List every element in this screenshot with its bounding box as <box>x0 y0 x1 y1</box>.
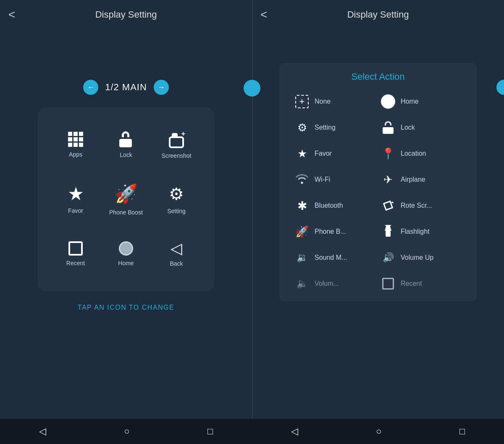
action-setting[interactable]: ⚙ Setting <box>292 117 378 138</box>
nav-home-right[interactable]: ○ <box>376 426 381 437</box>
back-arrow-icon: ◁ <box>171 241 182 256</box>
left-title: Display Setting <box>95 9 157 20</box>
action-lock[interactable]: Lock <box>378 117 464 138</box>
wifi-label: Wi-Fi <box>315 176 330 183</box>
rocket-icon: 🚀 <box>115 183 138 205</box>
phone-boost-action-label: Phone B... <box>315 228 346 235</box>
left-header: < Display Setting <box>0 0 252 29</box>
none-label: None <box>315 98 331 105</box>
grid-item-home[interactable]: Home <box>101 227 151 281</box>
flashlight-label: Flashlight <box>401 228 429 235</box>
grid-item-recent[interactable]: Recent <box>50 227 101 281</box>
screenshot-icon: + <box>168 131 185 148</box>
sound-mode-label: Sound M... <box>315 254 347 261</box>
home-button-icon <box>119 241 133 256</box>
left-nav-bar: ◁ ○ □ <box>0 419 252 444</box>
nav-back-left[interactable]: ◁ <box>39 426 46 437</box>
action-airplane[interactable]: ✈ Airplane <box>378 169 464 191</box>
select-action-box: Select Action + None Home ⚙ Setting <box>279 63 477 301</box>
airplane-icon: ✈ <box>381 172 396 187</box>
apps-label: Apps <box>69 151 82 158</box>
action-wifi[interactable]: Wi-Fi <box>292 169 378 191</box>
flashlight-icon <box>381 224 396 239</box>
volume-up-label: Volume Up <box>401 254 433 261</box>
apps-icon <box>68 132 83 147</box>
phone-boost-icon: 🚀 <box>294 224 310 239</box>
bluetooth-label: Bluetooth <box>315 202 343 209</box>
phone-boost-label: Phone Boost <box>109 209 143 216</box>
sound-mode-icon: 🔉 <box>294 250 310 265</box>
action-flashlight[interactable]: Flashlight <box>378 221 464 243</box>
airplane-label: Airplane <box>401 176 425 183</box>
action-location[interactable]: 📍 Location <box>378 143 464 165</box>
right-title: Display Setting <box>347 9 409 20</box>
grid-item-lock[interactable]: Lock <box>101 118 151 172</box>
right-float-circle[interactable] <box>496 80 504 95</box>
grid-item-apps[interactable]: Apps <box>50 118 101 172</box>
right-back-button[interactable]: < <box>260 8 267 21</box>
none-icon: + <box>294 94 310 109</box>
grid-item-favor[interactable]: ★ Favor <box>50 172 101 227</box>
screenshot-label: Screenshot <box>162 152 192 159</box>
action-bluetooth[interactable]: ✱ Bluetooth <box>292 195 378 217</box>
grid-item-setting[interactable]: ⚙ Setting <box>151 172 202 227</box>
bluetooth-icon: ✱ <box>294 198 310 213</box>
rotate-icon <box>381 198 396 213</box>
next-page-button[interactable]: → <box>154 80 169 95</box>
lock-action-label: Lock <box>401 124 415 131</box>
action-recent-bottom[interactable]: Recent <box>378 273 464 295</box>
lock-icon <box>119 131 133 147</box>
recent-icon <box>68 241 83 256</box>
action-favor[interactable]: ★ Favor <box>292 143 378 165</box>
left-back-button[interactable]: < <box>8 8 15 21</box>
action-volume-up[interactable]: 🔊 Volume Up <box>378 247 464 269</box>
rotate-scr-label: Rote Scr... <box>401 202 432 209</box>
home-label: Home <box>118 260 134 266</box>
lock-label: Lock <box>120 151 132 158</box>
recent-small-icon <box>381 276 396 291</box>
setting-action-label: Setting <box>315 124 336 131</box>
right-nav-bar: ◁ ○ □ <box>252 419 504 444</box>
setting-label: Setting <box>167 208 186 214</box>
lock-action-icon <box>381 120 396 135</box>
action-grid: + None Home ⚙ Setting <box>292 91 464 295</box>
tap-instruction: TAP AN ICON TO CHANGE <box>78 304 174 311</box>
right-header: < Display Setting <box>252 0 504 29</box>
left-float-circle[interactable] <box>244 80 260 97</box>
wifi-icon <box>294 172 310 187</box>
volume-up-icon: 🔊 <box>381 250 396 265</box>
setting-icon: ⚙ <box>294 120 310 135</box>
prev-page-button[interactable]: ← <box>83 80 98 95</box>
action-home[interactable]: Home <box>378 91 464 112</box>
action-rotate-scr[interactable]: Rote Scr... <box>378 195 464 217</box>
nav-recent-right[interactable]: □ <box>459 426 465 437</box>
recent-label: Recent <box>66 260 85 266</box>
home-circle-icon <box>381 94 396 109</box>
volume-down-icon: 🔈 <box>294 276 310 291</box>
grid-item-phone-boost[interactable]: 🚀 Phone Boost <box>101 172 151 227</box>
action-sound-mode[interactable]: 🔉 Sound M... <box>292 247 378 269</box>
icon-grid: Apps Lock + Screenshot ★ Favor 🚀 Phone B… <box>38 107 214 291</box>
home-action-label: Home <box>401 98 419 105</box>
recent-bottom-label: Recent <box>401 280 422 287</box>
action-volume-down[interactable]: 🔈 Volum... <box>292 273 378 295</box>
nav-home-left[interactable]: ○ <box>124 426 129 437</box>
star-icon: ★ <box>68 185 84 203</box>
action-none[interactable]: + None <box>292 91 378 112</box>
favor-action-icon: ★ <box>294 146 310 161</box>
gear-icon: ⚙ <box>169 184 184 204</box>
select-action-title: Select Action <box>292 71 464 82</box>
separator <box>252 0 253 444</box>
back-label: Back <box>170 260 183 267</box>
grid-item-screenshot[interactable]: + Screenshot <box>151 118 202 172</box>
grid-item-back[interactable]: ◁ Back <box>151 227 202 281</box>
action-phone-boost[interactable]: 🚀 Phone B... <box>292 221 378 243</box>
favor-label: Favor <box>68 207 83 214</box>
page-indicator: 1/2 MAIN <box>105 82 147 93</box>
favor-action-label: Favor <box>315 150 332 157</box>
nav-recent-left[interactable]: □ <box>207 426 213 437</box>
nav-back-right[interactable]: ◁ <box>291 426 298 437</box>
right-panel: < Display Setting Select Action + None H… <box>252 0 504 444</box>
left-panel: < Display Setting ← 1/2 MAIN → Apps Lock <box>0 0 252 444</box>
location-label: Location <box>401 150 426 157</box>
